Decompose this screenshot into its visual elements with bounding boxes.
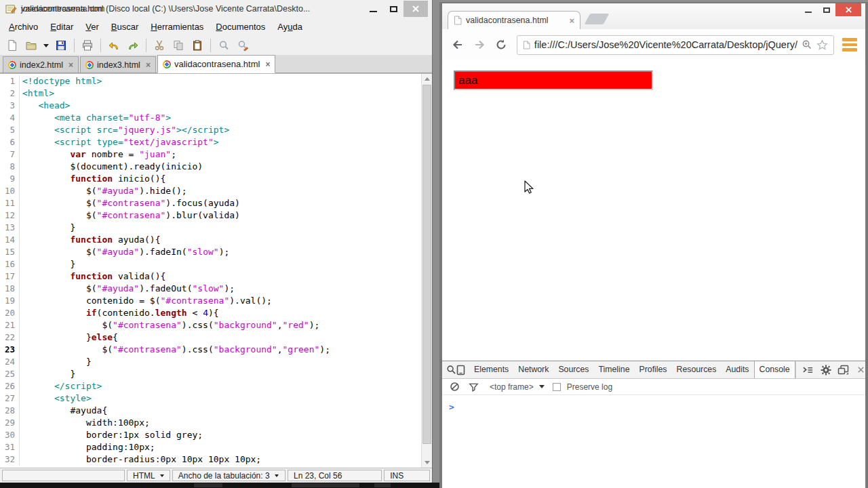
devtools-tab-console[interactable]: Console — [754, 361, 795, 378]
scroll-up-arrow[interactable] — [422, 74, 432, 84]
code-editor[interactable]: 1<!doctype html>2<html>3 <head>4 <meta c… — [0, 73, 432, 468]
new-file-button[interactable] — [4, 38, 20, 53]
reload-button[interactable] — [492, 36, 510, 54]
code-token: "green" — [283, 344, 320, 354]
print-button[interactable] — [79, 38, 96, 53]
close-tab-icon[interactable]: × — [265, 60, 270, 69]
menu-bar-line — [842, 43, 857, 47]
browser-maximize-button[interactable] — [817, 3, 835, 16]
devtools-tab-sources[interactable]: Sources — [553, 361, 593, 378]
devtools-controls — [795, 362, 868, 378]
menu-item-ayuda[interactable]: Ayuda — [271, 19, 309, 35]
bookmark-star-icon[interactable] — [816, 39, 828, 51]
copy-button[interactable] — [170, 38, 186, 53]
menu-item-archivo[interactable]: Archivo — [3, 19, 44, 35]
open-dropdown-arrow[interactable] — [43, 44, 49, 47]
open-file-button[interactable] — [23, 38, 39, 53]
close-tab-icon[interactable]: × — [68, 60, 73, 70]
devtools-tab-audits[interactable]: Audits — [721, 361, 753, 378]
console-output[interactable]: > — [442, 395, 865, 413]
cut-button[interactable] — [151, 38, 167, 53]
status-tab-width[interactable]: Ancho de la tabulación: 3 — [172, 470, 285, 481]
devtools-tab-network[interactable]: Network — [513, 361, 553, 378]
url-text[interactable]: file:///C:/Users/Jose%20Vicente%20Carrat… — [534, 39, 797, 50]
device-mode-icon[interactable] — [456, 362, 465, 378]
dropdown-arrow-icon — [160, 474, 164, 477]
code-token: } — [22, 332, 92, 342]
editor-tab-index2-html[interactable]: index2.html× — [3, 56, 79, 73]
editor-close-button[interactable] — [403, 1, 428, 17]
code-token: function — [70, 235, 113, 245]
browser-tab-strip[interactable]: validacontrasena.html × — [442, 3, 865, 29]
code-token: (contenido. — [97, 308, 155, 318]
devtools-close-icon[interactable] — [853, 362, 868, 378]
menu-item-editar[interactable]: Editar — [44, 19, 79, 35]
close-tab-icon[interactable]: × — [569, 16, 574, 26]
code-token: } — [22, 222, 75, 232]
preserve-log-checkbox[interactable] — [553, 383, 561, 391]
settings-gear-icon[interactable] — [818, 362, 834, 378]
browser-close-button[interactable] — [835, 3, 861, 16]
menu-item-ver[interactable]: Ver — [79, 19, 105, 35]
clear-console-icon[interactable] — [446, 379, 462, 395]
address-bar[interactable]: file:///C:/Users/Jose%20Vicente%20Carrat… — [517, 35, 834, 55]
browser-minimize-button[interactable] — [799, 3, 817, 16]
code-text: <!doctype html> — [19, 75, 102, 87]
forward-button[interactable] — [471, 36, 488, 54]
code-token: ).focus(ayuda) — [165, 198, 240, 208]
search-replace-icon — [237, 39, 249, 52]
editor-maximize-button[interactable] — [383, 1, 403, 16]
code-token: "#contrasena" — [113, 344, 182, 354]
editor-tab-index3-html[interactable]: index3.html× — [80, 56, 156, 73]
devtools-panel: ElementsNetworkSourcesTimelineProfilesRe… — [442, 361, 865, 488]
search-button[interactable] — [216, 38, 232, 53]
save-button[interactable] — [53, 38, 69, 53]
menu-mnemonic: D — [216, 22, 222, 32]
editor-minimize-button[interactable] — [363, 1, 383, 16]
console-prompt[interactable]: > — [449, 402, 454, 412]
menu-item-herramientas[interactable]: Herramientas — [144, 19, 210, 35]
inspect-search-icon[interactable] — [446, 362, 456, 378]
scrollbar-thumb[interactable] — [422, 85, 431, 444]
editor-tab-validacontrasena-html[interactable]: validacontrasena.html× — [157, 55, 275, 73]
editor-titlebar[interactable]: validacontrasena.html (Disco local (C:) … — [0, 0, 432, 18]
filter-funnel-icon[interactable] — [465, 379, 481, 395]
scroll-down-arrow[interactable] — [422, 458, 432, 468]
browser-tab[interactable]: validacontrasena.html × — [448, 11, 580, 29]
browser-tab-title: validacontrasena.html — [466, 16, 565, 25]
code-text: $("#ayuda").fadeIn("slow"); — [19, 246, 229, 258]
menu-item-buscar[interactable]: Buscar — [105, 19, 144, 35]
zoom-icon[interactable] — [802, 39, 812, 50]
menu-item-documentos[interactable]: Documentos — [210, 19, 271, 35]
code-token: <script type= — [54, 137, 123, 147]
menu-bar-line — [842, 48, 857, 52]
menu-mnemonic: u — [288, 22, 292, 32]
chrome-menu-button[interactable] — [842, 37, 859, 52]
devtools-tab-timeline[interactable]: Timeline — [594, 361, 635, 378]
paste-button[interactable] — [189, 38, 205, 53]
contrasena-input[interactable] — [454, 70, 653, 90]
code-token: "background" — [214, 344, 277, 354]
code-token: contenido = $( — [22, 296, 161, 306]
frame-selector[interactable]: <top frame> — [490, 382, 534, 392]
close-tab-icon[interactable]: × — [146, 60, 151, 70]
console-drawer-icon[interactable] — [800, 362, 816, 378]
devtools-tab-resources[interactable]: Resources — [672, 361, 722, 378]
new-tab-button[interactable] — [585, 14, 610, 24]
code-line: 9 function inicio(){ — [0, 173, 421, 185]
line-number: 16 — [0, 258, 19, 270]
code-text: </script> — [19, 380, 102, 392]
undo-button[interactable] — [106, 38, 122, 53]
code-token: $( — [22, 283, 97, 293]
toolbar-separator — [210, 39, 211, 52]
editor-scrollbar[interactable] — [421, 74, 432, 468]
status-syntax-mode[interactable]: HTML — [127, 470, 170, 481]
back-button[interactable] — [449, 36, 467, 54]
dock-side-icon[interactable] — [835, 362, 852, 378]
devtools-tab-profiles[interactable]: Profiles — [635, 361, 672, 378]
dropdown-arrow-icon[interactable] — [539, 385, 545, 388]
redo-button[interactable] — [125, 38, 141, 53]
code-line: 16 } — [0, 258, 421, 270]
search-replace-button[interactable] — [235, 38, 251, 53]
devtools-tab-elements[interactable]: Elements — [469, 361, 513, 378]
